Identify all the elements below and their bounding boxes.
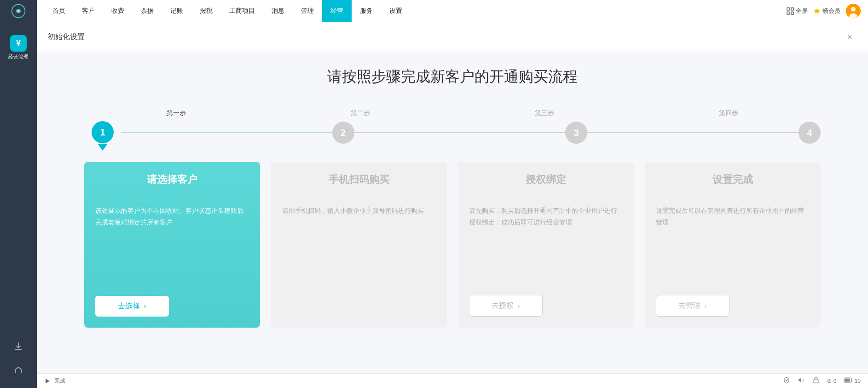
download-icon[interactable] [10, 338, 27, 355]
card-btn-3: 去授权 › [469, 284, 623, 317]
card-desc-1: 该处展示的客户为不在回收站、客户状态正常建账后完成老板端绑定的所有客户 [95, 205, 249, 285]
step-labels: 第一步 第二步 第三步 第四步 [84, 109, 821, 118]
main-title: 请按照步骤完成新客户的开通购买流程 [327, 67, 578, 87]
go-select-button[interactable]: 去选择 › [95, 296, 169, 317]
fullscreen-btn[interactable]: 全屏 [787, 7, 808, 15]
nav-business[interactable]: 工商项目 [221, 0, 263, 22]
content-area: 请按照步骤完成新客户的开通购买流程 第一步 第二步 第三步 第四步 1 [37, 52, 868, 373]
btn-arrow-4: › [704, 302, 706, 310]
sidebar-item-operation[interactable]: ¥ 经营管理 [0, 29, 37, 64]
step-circle-1: 1 [92, 121, 114, 143]
volume-icon [798, 376, 805, 385]
sidebar-bottom [10, 338, 27, 388]
card-btn-1: 去选择 › [95, 285, 249, 317]
status-bar: 完成 [37, 373, 868, 388]
steps-timeline: 1 › 2 › 3 [84, 121, 821, 151]
battery-icon: 10 [844, 377, 861, 384]
btn-arrow-1: › [144, 302, 146, 311]
step-circle-3: 3 [565, 122, 587, 144]
page-title: 初始化设置 [48, 32, 85, 42]
step-line-1: › [121, 132, 332, 133]
fullscreen-label: 全屏 [796, 7, 808, 15]
btn-arrow-3: › [517, 302, 520, 310]
logo[interactable] [0, 0, 37, 22]
wifi-count: ⊘ 0 [827, 378, 836, 384]
shield-icon [783, 376, 790, 385]
card-btn-4: 去管理 › [656, 284, 810, 317]
layout: ¥ 经营管理 初始化设置 × [0, 22, 868, 388]
headset-icon[interactable] [10, 362, 27, 379]
svg-rect-14 [851, 379, 852, 382]
nav-account[interactable]: 记账 [162, 0, 191, 22]
step-label-3: 第三步 [452, 109, 637, 118]
status-bar-left: 完成 [44, 377, 65, 385]
step-card-4: 设置完成 设置完成后可以在管理列表进行所有企业用户的经营管理 去管理 › [645, 162, 821, 328]
nav-bill[interactable]: 票据 [133, 0, 162, 22]
step-cards: 请选择客户 该处展示的客户为不在回收站、客户状态正常建账后完成老板端绑定的所有客… [84, 162, 821, 328]
card-desc-3: 请先购买，购买后选择开通的产品中的企业用户进行授权绑定，成功后即可进行经营管理 [469, 205, 623, 284]
svg-marker-5 [814, 8, 820, 14]
svg-rect-3 [787, 12, 789, 14]
nav-fee[interactable]: 收费 [103, 0, 133, 22]
step-label-1: 第一步 [84, 109, 268, 118]
sidebar-label: 经营管理 [8, 53, 29, 60]
close-button[interactable]: × [842, 29, 857, 44]
nav-tax[interactable]: 报税 [191, 0, 221, 22]
card-title-1: 请选择客户 [95, 173, 249, 194]
nav-customer[interactable]: 客户 [74, 0, 103, 22]
step-card-1: 请选择客户 该处展示的客户为不在回收站、客户状态正常建账后完成老板端绑定的所有客… [84, 162, 260, 328]
svg-rect-10 [21, 371, 22, 373]
nav-right: 全屏 畅会员 [787, 4, 868, 18]
card-btn-2 [282, 306, 436, 317]
svg-rect-4 [791, 12, 793, 14]
operation-icon: ¥ [10, 35, 27, 52]
avatar[interactable] [846, 4, 861, 18]
svg-rect-9 [15, 371, 16, 373]
nav-settings[interactable]: 设置 [381, 0, 411, 22]
step-line-2: › [354, 132, 566, 133]
play-icon [44, 378, 51, 384]
svg-rect-12 [814, 380, 818, 383]
nav-operation[interactable]: 经营 [322, 0, 352, 22]
card-desc-4: 设置完成后可以在管理列表进行所有企业用户的经营管理 [656, 205, 810, 284]
steps-container: 第一步 第二步 第三步 第四步 1 › [84, 109, 821, 328]
nav-message[interactable]: 消息 [263, 0, 293, 22]
step-circle-4: 4 [799, 122, 821, 144]
card-title-3: 授权绑定 [469, 173, 623, 194]
top-nav: 首页 客户 收费 票据 记账 报税 工商项目 消息 管理 经营 服务 设置 全屏… [0, 0, 868, 22]
lock-icon [812, 376, 820, 385]
nav-items: 首页 客户 收费 票据 记账 报税 工商项目 消息 管理 经营 服务 设置 [37, 0, 787, 22]
step-pointer [98, 144, 107, 151]
nav-home[interactable]: 首页 [44, 0, 74, 22]
go-authorize-button[interactable]: 去授权 › [469, 295, 543, 317]
nav-manage[interactable]: 管理 [293, 0, 322, 22]
member-btn[interactable]: 畅会员 [813, 7, 840, 15]
svg-rect-2 [791, 8, 793, 10]
sidebar: ¥ 经营管理 [0, 22, 37, 388]
svg-point-7 [851, 7, 856, 12]
status-text: 完成 [54, 377, 65, 385]
card-title-4: 设置完成 [656, 173, 810, 194]
svg-rect-15 [845, 379, 850, 382]
step-line-3: › [587, 132, 799, 133]
step-card-3: 授权绑定 请先购买，购买后选择开通的产品中的企业用户进行授权绑定，成功后即可进行… [458, 162, 634, 328]
go-manage-button[interactable]: 去管理 › [656, 295, 729, 317]
nav-service[interactable]: 服务 [352, 0, 381, 22]
svg-marker-11 [46, 379, 50, 383]
svg-rect-1 [787, 8, 789, 10]
step-circle-2: 2 [332, 122, 354, 144]
card-title-2: 手机扫码购买 [282, 173, 436, 194]
member-label: 畅会员 [822, 7, 840, 15]
card-desc-2: 请用手机扫码，输入小微企业主账号密码进行购买 [282, 205, 436, 306]
main: 初始化设置 × 请按照步骤完成新客户的开通购买流程 第一步 第二步 第三步 第四… [37, 22, 868, 388]
main-header: 初始化设置 × [37, 22, 868, 52]
status-bar-right: ⊘ 0 10 [783, 376, 861, 385]
step-card-2: 手机扫码购买 请用手机扫码，输入小微企业主账号密码进行购买 [271, 162, 447, 328]
step-label-4: 第四步 [637, 109, 821, 118]
step-label-2: 第二步 [268, 109, 452, 118]
